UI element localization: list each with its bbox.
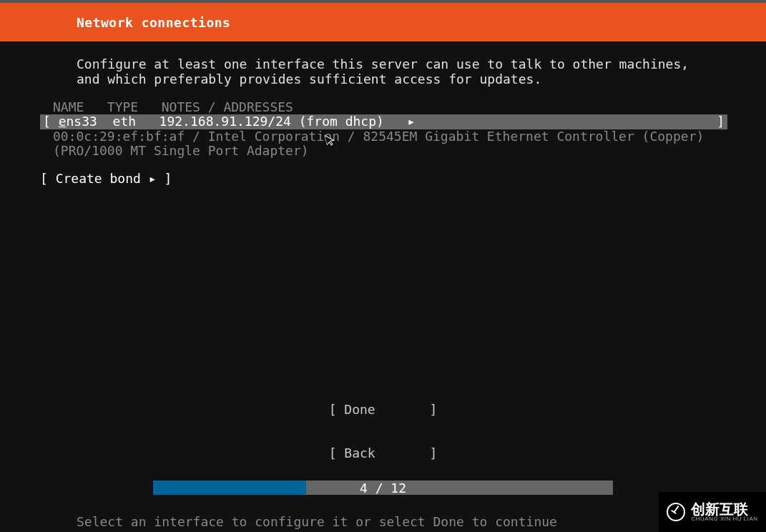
progress-bar: 4 / 12 — [153, 481, 613, 495]
interface-row-ens33[interactable]: [ ens33 eth 192.168.91.129/24 (from dhcp… — [40, 114, 727, 129]
watermark-sub: CHUANG XIN HU LIAN — [691, 516, 757, 522]
done-button[interactable]: [ Done ] — [0, 403, 766, 417]
chevron-right-icon: ▸ — [407, 114, 415, 129]
back-button[interactable]: [ Back ] — [0, 446, 766, 460]
watermark-logo-icon — [667, 503, 685, 521]
hint-text: Select an interface to configure it or s… — [77, 514, 557, 529]
interface-details: 00:0c:29:ef:bf:af / Intel Corporation / … — [0, 129, 766, 158]
page-header: Network connections — [0, 3, 766, 41]
interface-details-line-2: (PRO/1000 MT Single Port Adapter) — [53, 143, 309, 158]
bracket-close: ] — [717, 114, 725, 129]
description-line-2: and which preferably provides sufficient… — [77, 72, 541, 87]
interface-table-header: NAME TYPE NOTES / ADDRESSES — [0, 99, 766, 114]
watermark-text: 创新互联 CHUANG XIN HU LIAN — [691, 502, 757, 522]
interface-details-line-1: 00:0c:29:ef:bf:af / Intel Corporation / … — [53, 129, 704, 144]
interface-notes: 192.168.91.129/24 (from dhcp) — [159, 114, 384, 129]
progress-text: 4 / 12 — [153, 481, 613, 496]
main-content: Configure at least one interface this se… — [0, 41, 766, 186]
create-bond-button[interactable]: [ Create bond ▸ ] — [0, 171, 766, 186]
footer-buttons: [ Done ] [ Back ] — [0, 374, 766, 475]
interface-name-hotkey: e — [59, 114, 67, 129]
interface-name-rest: ns33 — [67, 114, 97, 129]
bracket-open: [ — [43, 114, 59, 129]
page-title: Network connections — [77, 15, 230, 30]
description-line-1: Configure at least one interface this se… — [77, 56, 689, 72]
interface-type: eth — [113, 114, 137, 129]
interface-row-text: ens33 eth 192.168.91.129/24 (from dhcp) … — [59, 114, 717, 129]
description-text: Configure at least one interface this se… — [0, 57, 766, 87]
watermark-main: 创新互联 — [691, 502, 757, 516]
watermark: 创新互联 CHUANG XIN HU LIAN — [659, 492, 766, 532]
